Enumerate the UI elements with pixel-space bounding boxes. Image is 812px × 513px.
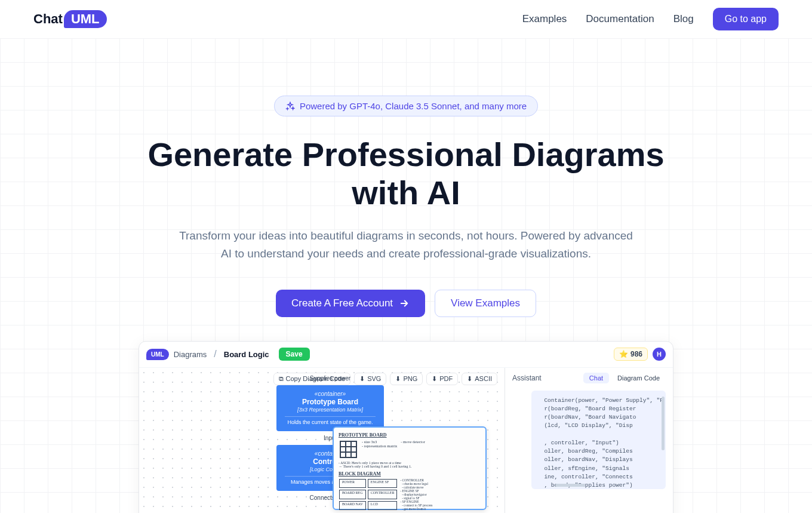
save-button[interactable]: Save xyxy=(279,348,310,361)
export-pdf-button[interactable]: ⬇PDF xyxy=(426,373,458,385)
go-to-app-button[interactable]: Go to app xyxy=(713,8,779,30)
cta-row: Create A Free Account View Examples xyxy=(131,290,681,317)
breadcrumb-current: Board Logic xyxy=(224,350,269,359)
assistant-panel: Assistant Chat Diagram Code Container(po… xyxy=(505,368,673,513)
download-icon: ⬇ xyxy=(395,375,401,383)
sketch-grid-icon xyxy=(340,441,357,458)
panel-tabs: Chat Diagram Code xyxy=(583,373,666,383)
logo-text-chat: Chat xyxy=(33,11,63,27)
app-topbar-right: ⭐ 986 H xyxy=(614,348,666,361)
sparkle-icon xyxy=(285,102,295,111)
nav-examples[interactable]: Examples xyxy=(522,13,567,25)
edge-label-power: Supplies power xyxy=(270,375,390,382)
app-topbar: UML Diagrams / Board Logic Save ⭐ 986 H xyxy=(139,342,673,368)
sketch-title-2: BLOCK DIAGRAM xyxy=(339,471,481,477)
export-ascii-button[interactable]: ⬇ASCII xyxy=(462,373,497,385)
hero-subtitle: Transform your ideas into beautiful diag… xyxy=(173,227,639,263)
hero-title: Generate Professional Diagrams with AI xyxy=(131,136,681,213)
canvas-area[interactable]: ⧉Copy Diagram Code ⬇SVG ⬇PNG ⬇PDF ⬇ASCII… xyxy=(139,368,505,513)
download-icon: ⬇ xyxy=(467,375,472,383)
scrollbar-vertical[interactable] xyxy=(662,397,665,450)
pill-text: Powered by GPT-4o, Claude 3.5 Sonnet, an… xyxy=(300,101,527,111)
panel-title: Assistant xyxy=(512,374,542,382)
app-preview-screenshot: UML Diagrams / Board Logic Save ⭐ 986 H … xyxy=(139,341,673,513)
credits-count: 986 xyxy=(630,350,642,358)
tab-diagram-code[interactable]: Diagram Code xyxy=(611,373,666,383)
credits-badge[interactable]: ⭐ 986 xyxy=(614,348,648,361)
code-block[interactable]: Container(power, "Power Supply", "P r(bo… xyxy=(531,391,666,489)
tab-chat[interactable]: Chat xyxy=(583,373,609,383)
app-body: ⧉Copy Diagram Code ⬇SVG ⬇PNG ⬇PDF ⬇ASCII… xyxy=(139,368,673,513)
export-png-button[interactable]: ⬇PNG xyxy=(390,373,423,385)
diagram-node-prototype-board[interactable]: «container» Prototype Board [3x3 Represe… xyxy=(276,385,384,431)
cta-label: Create A Free Account xyxy=(291,297,393,309)
scrollbar-horizontal[interactable] xyxy=(555,484,585,487)
star-icon: ⭐ xyxy=(619,350,628,358)
arrow-right-icon xyxy=(399,298,410,309)
breadcrumb-separator: / xyxy=(214,349,216,360)
nav-documentation[interactable]: Documentation xyxy=(586,13,654,25)
main-nav: Examples Documentation Blog Go to app xyxy=(522,8,779,30)
site-header: Chat UML Examples Documentation Blog Go … xyxy=(0,0,812,38)
avatar[interactable]: H xyxy=(653,348,666,361)
sketch-attachment[interactable]: PROTOTYPE BOARD - size 3x3 - representat… xyxy=(333,426,487,510)
powered-by-pill: Powered by GPT-4o, Claude 3.5 Sonnet, an… xyxy=(274,96,538,116)
breadcrumb-root[interactable]: Diagrams xyxy=(174,350,207,359)
hero-section: Powered by GPT-4o, Claude 3.5 Sonnet, an… xyxy=(131,38,681,317)
app-topbar-left: UML Diagrams / Board Logic Save xyxy=(146,348,310,361)
download-icon: ⬇ xyxy=(432,375,437,383)
nav-blog[interactable]: Blog xyxy=(673,13,694,25)
app-logo-badge: UML xyxy=(146,349,169,360)
panel-header: Assistant Chat Diagram Code xyxy=(505,368,673,388)
logo-text-uml: UML xyxy=(64,10,107,28)
sketch-title-1: PROTOTYPE BOARD xyxy=(339,432,481,438)
logo[interactable]: Chat UML xyxy=(33,10,107,28)
create-account-button[interactable]: Create A Free Account xyxy=(276,290,425,317)
view-examples-button[interactable]: View Examples xyxy=(435,290,536,317)
